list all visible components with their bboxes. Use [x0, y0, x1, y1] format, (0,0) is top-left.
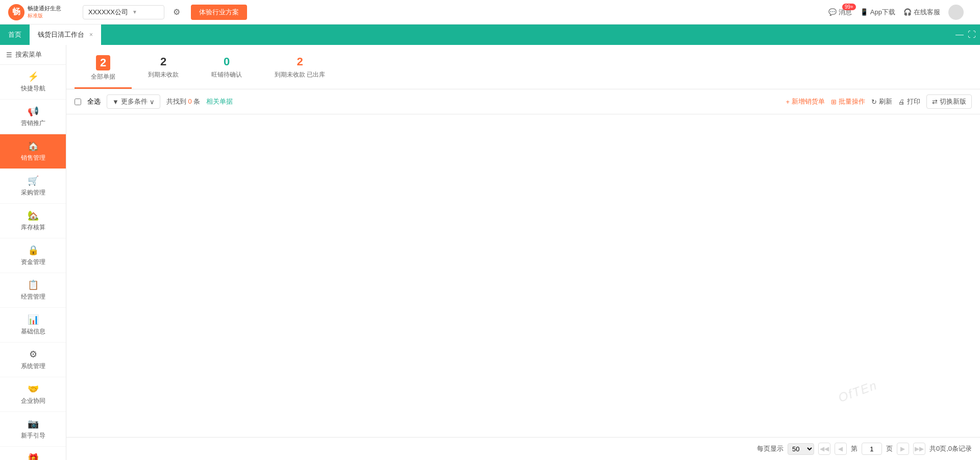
- tab-home[interactable]: 首页: [0, 25, 30, 45]
- settings-icon[interactable]: ⚙: [168, 4, 185, 20]
- select-all-label: 全选: [87, 97, 101, 106]
- message-badge: 99+: [842, 4, 856, 10]
- sidebar-item-inventory-label: 库存核算: [21, 223, 45, 232]
- found-number: 0: [188, 98, 192, 105]
- sidebar-item-finance[interactable]: 🔒 资金管理: [0, 238, 66, 273]
- operation-icon: 📋: [28, 279, 39, 290]
- last-page-btn[interactable]: ▶▶: [913, 443, 925, 455]
- message-action[interactable]: 💬 消息 99+: [828, 8, 852, 17]
- sidebar-item-finance-label: 资金管理: [21, 258, 45, 267]
- batch-label: 批量操作: [839, 97, 865, 106]
- main-layout: ☰ 搜索菜单 ⚡ 快捷导航 📢 营销推广 🏠 销售管理 🛒 采购管理 🏡 库存核…: [0, 45, 980, 460]
- logo-area: 畅 畅捷通好生意 标准版: [8, 4, 75, 20]
- print-btn[interactable]: 🖨 打印: [898, 97, 920, 106]
- app-download-action[interactable]: 📱 App下载: [860, 8, 895, 17]
- first-page-btn[interactable]: ◀◀: [818, 443, 830, 455]
- inventory-icon: 🏡: [28, 210, 39, 221]
- sidebar-item-operation[interactable]: 📋 经营管理: [0, 273, 66, 308]
- tab-bar-actions: — ⛶: [955, 30, 980, 39]
- select-all-checkbox[interactable]: [75, 99, 81, 105]
- logo-icon: 畅: [8, 4, 24, 20]
- tab-close-icon[interactable]: ×: [89, 31, 93, 38]
- sidebar-item-basic-info-label: 基础信息: [21, 327, 45, 336]
- sidebar-item-marketing[interactable]: 📢 营销推广: [0, 100, 66, 134]
- sidebar-item-inventory[interactable]: 🏡 库存核算: [0, 204, 66, 238]
- batch-operation-btn[interactable]: ⊞ 批量操作: [831, 97, 865, 106]
- sales-icon: 🏠: [28, 140, 39, 152]
- sidebar-item-sales[interactable]: 🏠 销售管理: [0, 134, 66, 169]
- switch-label: 切换新版: [940, 97, 966, 106]
- tab-work-bench[interactable]: 钱货日清工作台 ×: [30, 25, 101, 45]
- sidebar-item-system[interactable]: ⚙ 系统管理: [0, 343, 66, 377]
- sidebar-item-sales-label: 销售管理: [21, 154, 45, 162]
- related-link[interactable]: 相关单据: [206, 97, 233, 106]
- table-area: [66, 114, 980, 437]
- tab-maximize-icon[interactable]: ⛶: [968, 30, 976, 39]
- stat-overdue-shipped-number: 2: [297, 55, 303, 68]
- sidebar-item-basic-info[interactable]: 📊 基础信息: [0, 308, 66, 343]
- sidebar-item-guide-label: 新手引导: [21, 431, 45, 440]
- refresh-label: 刷新: [879, 97, 892, 106]
- filter-dropdown-icon: ∨: [150, 98, 155, 106]
- switch-new-version-btn[interactable]: ⇄ 切换新版: [926, 94, 972, 109]
- finance-icon: 🔒: [28, 245, 39, 256]
- stats-tabs: 2 全部单据 2 到期未收款 0 旺铺待确认 2 到期未收款 已出库: [66, 45, 980, 89]
- app-center-icon: 🎁: [28, 453, 39, 460]
- tab-home-label: 首页: [8, 30, 21, 39]
- company-selector[interactable]: XXXXXX公司 ▼: [83, 5, 164, 19]
- found-unit: 条: [193, 98, 200, 105]
- total-label: 共0页,0条记录: [929, 444, 972, 453]
- per-page-select[interactable]: 50 100 200: [788, 443, 814, 455]
- purchase-icon: 🛒: [28, 175, 39, 186]
- filter-btn[interactable]: ▼ 更多条件 ∨: [107, 94, 160, 109]
- logo-label: 标准版: [28, 12, 61, 19]
- basic-info-icon: 📊: [28, 314, 39, 325]
- logo-text: 畅捷通好生意: [28, 5, 61, 12]
- stat-overdue-number: 2: [160, 55, 166, 68]
- sidebar-item-purchase[interactable]: 🛒 采购管理: [0, 169, 66, 204]
- header-right: 💬 消息 99+ 📱 App下载 🎧 在线客服: [828, 5, 972, 20]
- per-page-label: 每页显示: [757, 444, 783, 453]
- stat-overdue-shipped-label: 到期未收款 已出库: [275, 70, 325, 79]
- sidebar-item-purchase-label: 采购管理: [21, 188, 45, 197]
- top-header: 畅 畅捷通好生意 标准版 XXXXXX公司 ▼ ⚙ 体验行业方案 💬 消息 99…: [0, 0, 980, 25]
- sidebar-search[interactable]: ☰ 搜索菜单: [0, 45, 66, 65]
- company-name: XXXXXX公司: [88, 8, 128, 17]
- sidebar-item-guide[interactable]: 📷 新手引导: [0, 412, 66, 447]
- add-sale-order-btn[interactable]: + 新增销货单: [786, 97, 825, 106]
- filter-label: 更多条件: [121, 97, 148, 106]
- online-service-label: 在线客服: [914, 8, 940, 17]
- experience-btn[interactable]: 体验行业方案: [191, 5, 247, 20]
- online-service-action[interactable]: 🎧 在线客服: [903, 8, 940, 17]
- stat-overdue-label: 到期未收款: [148, 70, 179, 79]
- switch-icon: ⇄: [932, 98, 938, 106]
- stat-wangpu-label: 旺铺待确认: [211, 70, 242, 79]
- page-suffix: 页: [886, 444, 893, 453]
- company-dropdown-arrow: ▼: [132, 9, 137, 15]
- stat-tab-wangpu[interactable]: 0 旺铺待确认: [195, 51, 258, 89]
- stat-wangpu-number: 0: [224, 55, 230, 68]
- add-label: 新增销货单: [792, 97, 825, 106]
- prev-page-btn[interactable]: ◀: [835, 443, 847, 455]
- stat-all-label: 全部单据: [91, 72, 115, 81]
- stat-tab-overdue-shipped[interactable]: 2 到期未收款 已出库: [258, 51, 341, 89]
- sidebar-item-shortcut-label: 快捷导航: [21, 84, 45, 93]
- add-icon: +: [786, 98, 790, 106]
- page-label: 第: [851, 444, 857, 453]
- tab-minimize-icon[interactable]: —: [955, 30, 964, 39]
- next-page-btn[interactable]: ▶: [897, 443, 909, 455]
- sidebar-item-enterprise[interactable]: 🤝 企业协同: [0, 377, 66, 412]
- app-download-icon: 📱: [860, 8, 868, 16]
- guide-icon: 📷: [28, 418, 39, 429]
- print-label: 打印: [907, 97, 920, 106]
- sidebar-item-app-center[interactable]: 🎁 应用中心: [0, 447, 66, 460]
- refresh-btn[interactable]: ↻ 刷新: [871, 97, 892, 106]
- stat-tab-overdue[interactable]: 2 到期未收款: [132, 51, 195, 89]
- enterprise-icon: 🤝: [28, 383, 39, 395]
- pagination: 每页显示 50 100 200 ◀◀ ◀ 第 页 ▶ ▶▶ 共0页,0条记录: [66, 437, 980, 460]
- found-count-text: 共找到 0 条: [166, 97, 200, 106]
- sidebar-item-shortcut[interactable]: ⚡ 快捷导航: [0, 65, 66, 100]
- avatar[interactable]: [948, 5, 964, 20]
- stat-tab-all[interactable]: 2 全部单据: [75, 51, 132, 89]
- page-input[interactable]: [862, 443, 882, 455]
